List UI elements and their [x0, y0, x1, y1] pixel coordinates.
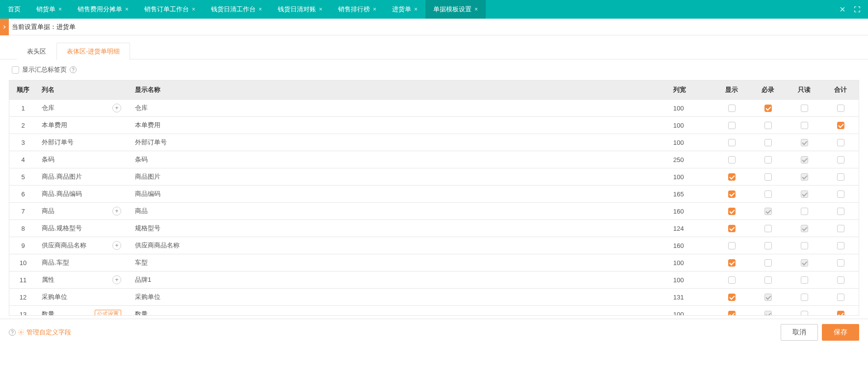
cell-display[interactable]: 条码	[130, 151, 668, 168]
checkbox[interactable]	[837, 208, 844, 215]
checkbox[interactable]	[837, 311, 844, 315]
top-tab[interactable]: 销货单×	[28, 0, 70, 19]
checkbox[interactable]	[837, 173, 844, 181]
top-tab[interactable]: 单据模板设置×	[425, 0, 486, 19]
checkbox[interactable]	[837, 105, 844, 112]
cell-display[interactable]: 规格型号	[130, 220, 668, 237]
checkbox[interactable]	[728, 225, 736, 232]
checkbox[interactable]	[728, 276, 736, 284]
checkbox[interactable]	[764, 242, 772, 249]
table-row[interactable]: 7商品+商品160	[9, 203, 859, 220]
checkbox[interactable]	[837, 276, 844, 284]
checkbox[interactable]	[801, 208, 808, 215]
cell-width[interactable]: 100	[668, 306, 713, 316]
top-tab[interactable]: 销售费用分摊单×	[70, 0, 136, 19]
close-all-tabs-icon[interactable]	[839, 5, 846, 13]
table-row[interactable]: 5商品.商品图片商品图片100	[9, 168, 859, 186]
cell-width[interactable]: 100	[668, 100, 713, 117]
top-tab[interactable]: 钱货日清对账×	[270, 0, 330, 19]
checkbox[interactable]	[764, 190, 772, 198]
checkbox[interactable]	[728, 105, 736, 112]
table-row[interactable]: 2本单费用本单费用100	[9, 117, 859, 134]
table-row[interactable]: 1仓库+仓库100	[9, 100, 859, 117]
cancel-button[interactable]: 取消	[781, 324, 818, 341]
checkbox[interactable]	[801, 105, 808, 112]
top-tab[interactable]: 首页	[0, 0, 28, 19]
checkbox[interactable]	[801, 311, 808, 315]
checkbox[interactable]	[764, 105, 772, 112]
checkbox[interactable]	[728, 122, 736, 129]
table-row[interactable]: 3外部订单号外部订单号100	[9, 134, 859, 151]
checkbox[interactable]	[837, 294, 844, 301]
close-icon[interactable]: ×	[58, 6, 62, 13]
save-button[interactable]: 保存	[822, 324, 859, 341]
checkbox[interactable]	[837, 259, 844, 267]
checkbox[interactable]	[764, 122, 772, 129]
checkbox[interactable]	[728, 294, 736, 301]
cell-display[interactable]: 供应商商品名称	[130, 237, 668, 254]
checkbox[interactable]	[801, 294, 808, 301]
cell-width[interactable]: 250	[668, 151, 713, 168]
checkbox[interactable]	[801, 242, 808, 249]
checkbox[interactable]	[837, 242, 844, 249]
checkbox[interactable]	[728, 190, 736, 198]
checkbox[interactable]	[764, 156, 772, 163]
close-icon[interactable]: ×	[474, 6, 478, 13]
top-tab[interactable]: 销售排行榜×	[330, 0, 384, 19]
add-icon[interactable]: +	[112, 104, 121, 112]
add-icon[interactable]: +	[112, 207, 121, 216]
footer-help-icon[interactable]: ?	[9, 329, 16, 336]
close-icon[interactable]: ×	[125, 6, 129, 13]
table-row[interactable]: 8商品.规格型号规格型号124	[9, 220, 859, 237]
cell-width[interactable]: 100	[668, 168, 713, 186]
cell-width[interactable]: 165	[668, 186, 713, 203]
cell-width[interactable]: 100	[668, 254, 713, 271]
checkbox[interactable]	[764, 173, 772, 181]
manage-custom-fields-link[interactable]: 管理自定义字段	[26, 328, 71, 337]
cell-width[interactable]: 160	[668, 203, 713, 220]
inner-tab[interactable]: 表体区-进货单明细	[56, 43, 130, 60]
cell-width[interactable]: 100	[668, 271, 713, 289]
close-icon[interactable]: ×	[373, 6, 376, 13]
cell-width[interactable]: 160	[668, 237, 713, 254]
cell-display[interactable]: 商品编码	[130, 186, 668, 203]
checkbox[interactable]	[728, 208, 736, 215]
table-row[interactable]: 9供应商商品名称+供应商商品名称160	[9, 237, 859, 254]
checkbox[interactable]	[837, 225, 844, 232]
cell-display[interactable]: 车型	[130, 254, 668, 271]
cell-display[interactable]: 本单费用	[130, 117, 668, 134]
checkbox[interactable]	[801, 276, 808, 284]
cell-display[interactable]: 品牌1	[130, 271, 668, 289]
table-row[interactable]: 4条码条码250	[9, 151, 859, 168]
checkbox[interactable]	[764, 225, 772, 232]
checkbox[interactable]	[764, 259, 772, 267]
cell-display[interactable]: 外部订单号	[130, 134, 668, 151]
table-row[interactable]: 12采购单位采购单位131	[9, 289, 859, 306]
cell-width[interactable]: 124	[668, 220, 713, 237]
checkbox[interactable]	[764, 139, 772, 146]
cell-width[interactable]: 131	[668, 289, 713, 306]
cell-width[interactable]: 100	[668, 134, 713, 151]
cell-display[interactable]: 数量	[130, 306, 668, 316]
help-icon[interactable]: ?	[70, 66, 77, 73]
formula-setting-tag[interactable]: 公式设置	[95, 310, 121, 315]
expand-sidebar-toggle[interactable]	[0, 19, 9, 35]
top-tab[interactable]: 进货单×	[384, 0, 425, 19]
add-icon[interactable]: +	[112, 275, 121, 284]
table-row[interactable]: 13数量公式设置数量100	[9, 306, 859, 316]
checkbox[interactable]	[801, 122, 808, 129]
top-tab[interactable]: 销售订单工作台×	[136, 0, 203, 19]
checkbox[interactable]	[728, 156, 736, 163]
close-icon[interactable]: ×	[259, 6, 262, 13]
cell-width[interactable]: 100	[668, 117, 713, 134]
checkbox[interactable]	[837, 122, 844, 129]
cell-display[interactable]: 仓库	[130, 100, 668, 117]
checkbox[interactable]	[837, 190, 844, 198]
inner-tab[interactable]: 表头区	[17, 43, 56, 60]
top-tab[interactable]: 钱货日清工作台×	[203, 0, 270, 19]
close-icon[interactable]: ×	[319, 6, 322, 13]
cell-display[interactable]: 采购单位	[130, 289, 668, 306]
show-summary-checkbox[interactable]	[12, 66, 19, 74]
checkbox[interactable]	[764, 276, 772, 284]
cell-display[interactable]: 商品	[130, 203, 668, 220]
